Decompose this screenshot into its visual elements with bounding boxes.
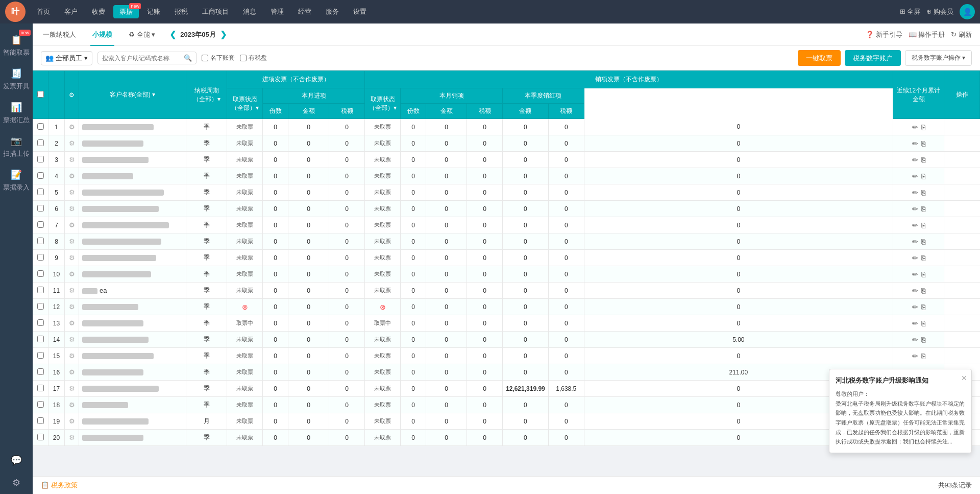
- sidebar-item-message[interactable]: 💬: [0, 449, 33, 472]
- nav-item-fee[interactable]: 收费: [86, 5, 111, 18]
- date-next[interactable]: ❯: [220, 30, 227, 39]
- nav-item-service[interactable]: 服务: [320, 5, 345, 18]
- edit-icon[interactable]: ✏: [912, 221, 918, 229]
- row-settings-icon[interactable]: ⚙: [69, 319, 75, 327]
- copy-icon[interactable]: ⎘: [921, 270, 925, 278]
- copy-icon[interactable]: ⎘: [921, 352, 925, 360]
- row-settings-icon[interactable]: ⚙: [69, 172, 75, 180]
- row-settings-icon[interactable]: ⚙: [69, 189, 75, 196]
- checkbox-taxdisk[interactable]: 有税盘: [240, 54, 267, 62]
- nav-item-biz2[interactable]: 经营: [292, 5, 317, 18]
- nav-item-tax[interactable]: 报税: [168, 5, 194, 18]
- row-settings-icon[interactable]: ⚙: [69, 287, 75, 294]
- date-prev[interactable]: ❮: [169, 30, 176, 39]
- row-settings-icon[interactable]: ⚙: [69, 139, 75, 147]
- edit-icon[interactable]: ✏: [912, 139, 918, 148]
- tab-small[interactable]: 小规模: [90, 23, 114, 46]
- copy-icon[interactable]: ⎘: [921, 303, 925, 311]
- nav-item-client[interactable]: 客户: [58, 5, 84, 18]
- edit-icon[interactable]: ✏: [912, 303, 918, 311]
- nav-item-home[interactable]: 首页: [31, 5, 56, 18]
- checkbox-taxdisk-input[interactable]: [240, 55, 247, 61]
- tax-digital-btn[interactable]: 税务数字账户: [845, 50, 901, 66]
- edit-icon[interactable]: ✏: [912, 319, 918, 327]
- row-checkbox-15[interactable]: [37, 352, 44, 359]
- row-settings-icon[interactable]: ⚙: [69, 352, 75, 360]
- copy-icon[interactable]: ⎘: [921, 156, 925, 164]
- copy-icon[interactable]: ⎘: [921, 172, 925, 180]
- row-settings-icon[interactable]: ⚙: [69, 238, 75, 245]
- edit-icon[interactable]: ✏: [912, 238, 918, 246]
- row-checkbox-11[interactable]: [37, 287, 44, 293]
- row-settings-icon[interactable]: ⚙: [69, 368, 75, 376]
- th-in-status[interactable]: 取票状态（全部）▾: [227, 88, 263, 119]
- row-checkbox-8[interactable]: [37, 238, 44, 244]
- nav-item-biz[interactable]: 工商项目: [196, 5, 235, 18]
- edit-icon[interactable]: ✏: [912, 287, 918, 295]
- row-checkbox-19[interactable]: [37, 417, 44, 424]
- sidebar-item-smartticket[interactable]: new 📋 智能取票: [0, 29, 33, 62]
- row-settings-icon[interactable]: ⚙: [69, 221, 75, 229]
- edit-icon[interactable]: ✏: [912, 352, 918, 360]
- sidebar-item-config[interactable]: ⚙: [0, 472, 33, 494]
- nav-item-bookkeep[interactable]: 记账: [141, 5, 166, 18]
- copy-icon[interactable]: ⎘: [921, 205, 925, 213]
- one-click-ticket-btn[interactable]: 一键取票: [798, 50, 841, 66]
- sidebar-item-scan[interactable]: 📷 扫描上传: [0, 130, 33, 163]
- sidebar-item-openinvoice[interactable]: 🧾 发票开具: [0, 62, 33, 96]
- checkbox-account[interactable]: 名下账套: [202, 54, 235, 62]
- edit-icon[interactable]: ✏: [912, 156, 918, 164]
- search-input[interactable]: [102, 55, 184, 62]
- sidebar-item-entry[interactable]: 📝 票据录入: [0, 163, 33, 197]
- vip-btn[interactable]: ⊕ 购会员: [926, 7, 953, 16]
- row-settings-icon[interactable]: ⚙: [69, 123, 75, 131]
- row-checkbox-14[interactable]: [37, 336, 44, 342]
- row-checkbox-1[interactable]: [37, 123, 44, 130]
- nav-item-invoice[interactable]: 票据 new: [113, 5, 139, 18]
- row-checkbox-13[interactable]: [37, 319, 44, 326]
- edit-icon[interactable]: ✏: [912, 254, 918, 262]
- copy-icon[interactable]: ⎘: [921, 287, 925, 295]
- tab-general[interactable]: 一般纳税人: [41, 23, 78, 46]
- row-checkbox-4[interactable]: [37, 172, 44, 179]
- copy-icon[interactable]: ⎘: [921, 254, 925, 262]
- select-all-checkbox[interactable]: [37, 91, 44, 98]
- staff-select[interactable]: 👥 全部员工 ▾: [41, 51, 92, 65]
- refresh-btn[interactable]: ↻ 刷新: [951, 30, 972, 39]
- row-checkbox-10[interactable]: [37, 270, 44, 277]
- nav-item-settings[interactable]: 设置: [347, 5, 373, 18]
- row-settings-icon[interactable]: ⚙: [69, 156, 75, 163]
- row-checkbox-17[interactable]: [37, 385, 44, 391]
- guide-btn[interactable]: ❓ 新手引导: [866, 30, 902, 39]
- row-checkbox-6[interactable]: [37, 205, 44, 211]
- th-tax-period[interactable]: 纳税周期（全部）▾: [186, 71, 227, 119]
- row-checkbox-18[interactable]: [37, 401, 44, 408]
- notification-close-btn[interactable]: ✕: [961, 372, 967, 384]
- row-checkbox-12[interactable]: [37, 303, 44, 310]
- nav-item-msg[interactable]: 消息: [237, 5, 262, 18]
- row-checkbox-16[interactable]: [37, 368, 44, 375]
- th-client[interactable]: 客户名称(全部) ▾: [79, 71, 186, 119]
- row-settings-icon[interactable]: ⚙: [69, 401, 75, 409]
- tax-policy-link[interactable]: 📋 税务政策: [41, 481, 78, 490]
- tax-digital-action-btn[interactable]: 税务数字账户操作 ▾: [905, 50, 972, 66]
- copy-icon[interactable]: ⎘: [921, 189, 925, 197]
- row-settings-icon[interactable]: ⚙: [69, 417, 75, 425]
- copy-icon[interactable]: ⎘: [921, 221, 925, 229]
- edit-icon[interactable]: ✏: [912, 123, 918, 131]
- row-settings-icon[interactable]: ⚙: [69, 205, 75, 213]
- copy-icon[interactable]: ⎘: [921, 123, 925, 131]
- row-settings-icon[interactable]: ⚙: [69, 254, 75, 262]
- edit-icon[interactable]: ✏: [912, 336, 918, 344]
- row-checkbox-7[interactable]: [37, 221, 44, 228]
- row-settings-icon[interactable]: ⚙: [69, 434, 75, 441]
- tab-all[interactable]: ♻ 全能 ▾: [127, 23, 157, 46]
- checkbox-account-input[interactable]: [202, 55, 208, 61]
- row-settings-icon[interactable]: ⚙: [69, 385, 75, 392]
- copy-icon[interactable]: ⎘: [921, 319, 925, 327]
- copy-icon[interactable]: ⎘: [921, 238, 925, 246]
- row-checkbox-2[interactable]: [37, 139, 44, 146]
- copy-icon[interactable]: ⎘: [921, 139, 925, 148]
- edit-icon[interactable]: ✏: [912, 270, 918, 278]
- row-settings-icon[interactable]: ⚙: [69, 336, 75, 343]
